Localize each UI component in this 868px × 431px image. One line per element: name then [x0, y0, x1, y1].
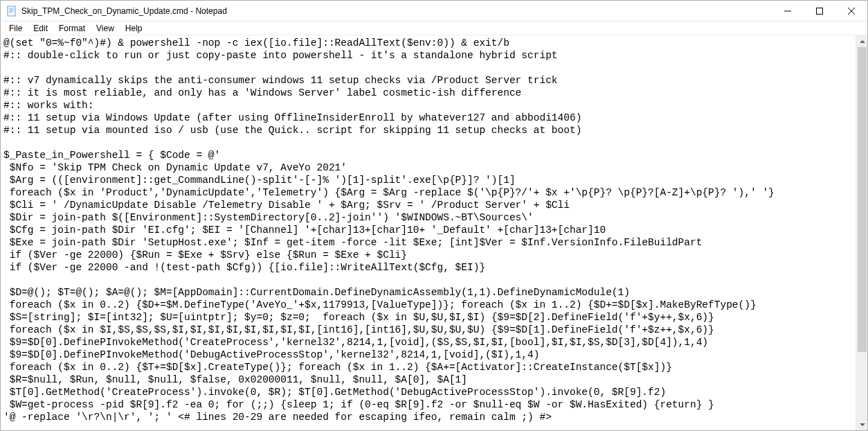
menu-help[interactable]: Help — [120, 22, 148, 35]
menubar: File Edit Format View Help — [1, 21, 867, 35]
svg-marker-10 — [860, 423, 865, 426]
window-title: Skip_TPM_Check_on_Dynamic_Update.cmd - N… — [21, 6, 772, 16]
maximize-button[interactable] — [804, 1, 835, 21]
close-button[interactable] — [835, 1, 867, 21]
svg-rect-6 — [817, 8, 823, 15]
content-wrapper: @(set "0=%~f0"^)#) & powershell -nop -c … — [1, 35, 867, 430]
scroll-down-arrow[interactable] — [856, 419, 868, 430]
text-editor[interactable]: @(set "0=%~f0"^)#) & powershell -nop -c … — [1, 35, 856, 430]
svg-marker-9 — [860, 40, 865, 43]
titlebar: Skip_TPM_Check_on_Dynamic_Update.cmd - N… — [1, 1, 867, 21]
minimize-button[interactable] — [772, 1, 804, 21]
menu-edit[interactable]: Edit — [28, 22, 53, 35]
window-controls — [772, 1, 867, 21]
menu-file[interactable]: File — [3, 22, 28, 35]
scroll-thumb[interactable] — [858, 47, 867, 352]
scroll-up-arrow[interactable] — [856, 35, 868, 47]
menu-view[interactable]: View — [91, 22, 120, 35]
notepad-icon — [6, 6, 17, 17]
vertical-scrollbar[interactable] — [856, 35, 867, 430]
menu-format[interactable]: Format — [53, 22, 91, 35]
